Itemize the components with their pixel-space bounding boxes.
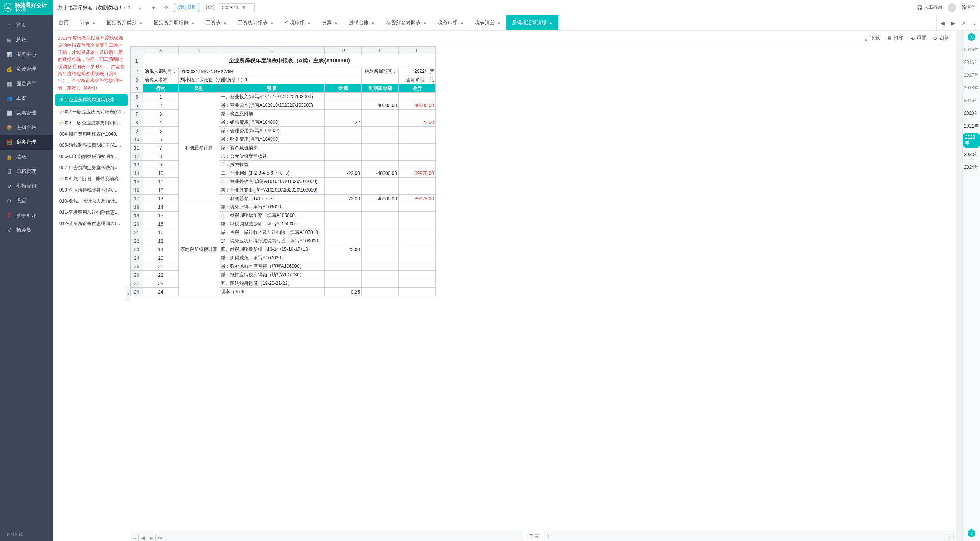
row-header[interactable]: 19: [131, 212, 143, 220]
cell[interactable]: 15: [143, 212, 179, 220]
cell[interactable]: [399, 144, 436, 152]
cell[interactable]: [399, 203, 436, 212]
cell[interactable]: -40000.00: [362, 169, 399, 178]
cell[interactable]: -40000.00: [399, 101, 436, 110]
cell[interactable]: [325, 220, 362, 228]
cell[interactable]: [399, 245, 436, 254]
cell[interactable]: 减：所得减免（填写A107020）: [219, 254, 325, 262]
close-icon[interactable]: ✕: [423, 20, 427, 25]
cell[interactable]: 9: [143, 161, 179, 169]
close-icon[interactable]: ✕: [223, 20, 227, 25]
col-header[interactable]: D: [325, 47, 362, 54]
cell[interactable]: 金额单位：元: [399, 76, 436, 84]
cell[interactable]: 减：资产减值损失: [219, 144, 325, 152]
tab[interactable]: 固定资产类别✕: [101, 15, 148, 30]
cell[interactable]: [399, 279, 436, 288]
cell[interactable]: [399, 186, 436, 195]
sidebar-item[interactable]: 📊报表中心: [0, 47, 53, 62]
cell[interactable]: 0.25: [325, 288, 362, 296]
form-list-item[interactable]: 006-职工薪酬纳税调整明细...: [53, 151, 130, 162]
close-icon[interactable]: ✕: [191, 20, 195, 25]
cell[interactable]: 22: [143, 271, 179, 279]
cell[interactable]: [399, 228, 436, 237]
sidebar-item[interactable]: 💰资金管理: [0, 62, 53, 76]
cell[interactable]: 加：纳税调整增加额（填写A105000）: [219, 212, 325, 220]
cell[interactable]: 18: [143, 237, 179, 245]
cell[interactable]: [362, 93, 399, 101]
row-header[interactable]: 11: [131, 144, 143, 152]
row-header[interactable]: 6: [131, 101, 143, 110]
cell[interactable]: 4: [143, 118, 179, 127]
cell[interactable]: 13: [143, 195, 179, 203]
close-icon[interactable]: ✕: [270, 20, 274, 25]
cell[interactable]: 一、营业收入(填写A101010\101020\103000): [219, 93, 325, 101]
row-header[interactable]: 27: [131, 279, 143, 288]
tabs-next-icon[interactable]: ▶: [948, 15, 958, 30]
form-list-item[interactable]: 009-企业所得税弥补亏损明...: [53, 185, 130, 196]
form-list-item[interactable]: ?003-一般企业成本支出明细...: [53, 118, 130, 129]
cell[interactable]: 减：财务费用(填写A104000): [219, 135, 325, 144]
cell[interactable]: 11: [143, 178, 179, 186]
year-item[interactable]: 2017年: [963, 69, 980, 81]
row-header[interactable]: 24: [131, 254, 143, 262]
row-header[interactable]: 14: [131, 169, 143, 178]
row-header[interactable]: 3: [131, 76, 143, 84]
year-item[interactable]: 2020年: [963, 108, 980, 119]
cell[interactable]: [399, 237, 436, 245]
sheet-tab-add-icon[interactable]: ＋: [544, 531, 553, 541]
cell[interactable]: [325, 93, 362, 101]
cell[interactable]: [325, 203, 362, 212]
cell[interactable]: [362, 152, 399, 161]
row-header[interactable]: 20: [131, 220, 143, 228]
row-header[interactable]: 26: [131, 271, 143, 279]
cell[interactable]: 五、应纳税所得额（19-20-21-22）: [219, 279, 325, 288]
close-icon[interactable]: ✕: [549, 20, 553, 25]
download-button[interactable]: ⭳下载: [864, 35, 880, 42]
cell[interactable]: 10: [143, 169, 179, 178]
form-list-item[interactable]: 007-广告费和业务宣传费跨...: [53, 162, 130, 173]
cell[interactable]: [362, 186, 399, 195]
cell[interactable]: [362, 220, 399, 228]
cell[interactable]: 24: [143, 288, 179, 296]
row-header[interactable]: 10: [131, 135, 143, 144]
cell[interactable]: [325, 135, 362, 144]
cell[interactable]: 二、营业利润(1-2-3-4-5-6-7+8+9): [219, 169, 325, 178]
cell[interactable]: [325, 237, 362, 245]
cell[interactable]: [399, 135, 436, 144]
cell[interactable]: 16: [143, 220, 179, 228]
reset-button[interactable]: ⟲重置: [911, 35, 926, 42]
sheet-nav-last-icon[interactable]: ⏭: [156, 534, 164, 541]
sidebar-item[interactable]: 🧾发票管理: [0, 106, 53, 120]
year-item[interactable]: 2019年: [963, 95, 980, 107]
close-icon[interactable]: ✕: [497, 20, 501, 25]
cell[interactable]: [399, 93, 436, 101]
cell[interactable]: 类别: [179, 84, 219, 93]
cell[interactable]: 金 额: [325, 84, 362, 93]
year-item[interactable]: 2021年: [963, 120, 980, 132]
tab[interactable]: 税表清册✕: [469, 15, 506, 30]
tab[interactable]: 发票✕: [316, 15, 343, 30]
tabs-prev-icon[interactable]: ◀: [937, 15, 948, 30]
rail-down-icon[interactable]: ∨: [968, 529, 975, 537]
collapse-panel-icon[interactable]: «: [126, 286, 130, 301]
cell[interactable]: 14: [143, 203, 179, 212]
cell[interactable]: -22.00: [325, 245, 362, 254]
row-header[interactable]: 17: [131, 195, 143, 203]
cell[interactable]: [325, 110, 362, 118]
row-header[interactable]: 13: [131, 161, 143, 169]
tab[interactable]: 工资表✕: [200, 15, 232, 30]
row-header[interactable]: 15: [131, 178, 143, 186]
cell[interactable]: -22.00: [325, 195, 362, 203]
cell[interactable]: 5: [143, 127, 179, 135]
tab[interactable]: 进销台账✕: [343, 15, 380, 30]
cell[interactable]: 22: [325, 118, 362, 127]
tab[interactable]: 存货别名对照表✕: [380, 15, 432, 30]
sidebar-item[interactable]: ▤总账: [0, 32, 53, 47]
sidebar-item[interactable]: ↻小畅报销: [0, 179, 53, 193]
cell[interactable]: 减：弥补以前年度亏损（填写A106000）: [219, 262, 325, 271]
avatar[interactable]: [948, 3, 956, 12]
row-header[interactable]: 23: [131, 245, 143, 254]
cell[interactable]: [325, 212, 362, 220]
switch-old-button[interactable]: 切到旧版: [174, 3, 199, 12]
cell[interactable]: 2022年度: [399, 67, 436, 76]
